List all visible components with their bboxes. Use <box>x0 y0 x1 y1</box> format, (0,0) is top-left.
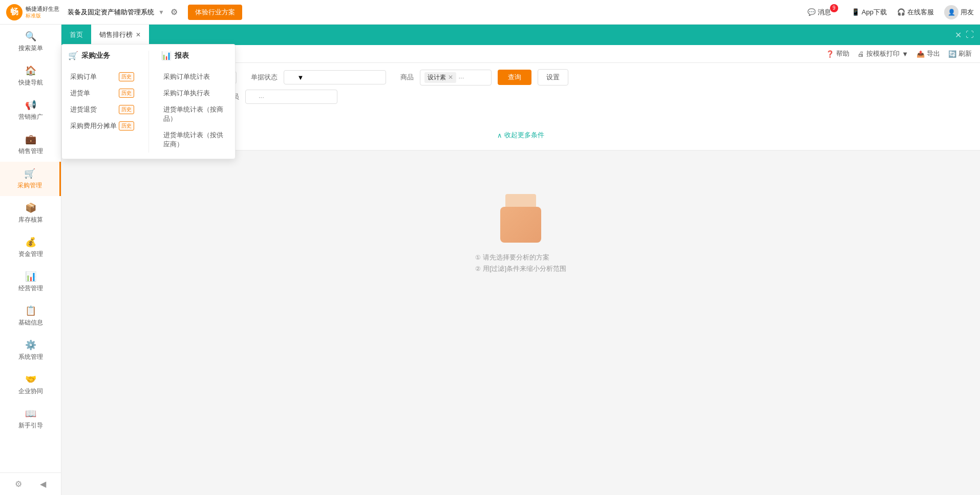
status-filter-select[interactable]: ▼ <box>284 70 386 84</box>
tab-controls: ✕ ⛶ <box>949 30 980 40</box>
tab-close-all-icon[interactable]: ✕ <box>955 30 962 40</box>
sidebar-item-sales[interactable]: 💼 销售管理 <box>0 127 61 162</box>
sidebar-item-marketing[interactable]: 📢 营销推广 <box>0 93 61 127</box>
menu-item-purchase-in-goods-stat[interactable]: 进货单统计表（按商品） <box>161 101 229 127</box>
sidebar-item-purchase[interactable]: 🛒 采购管理 <box>0 162 61 196</box>
collapse-label: 收起更多条件 <box>504 131 544 140</box>
inventory-icon: 📦 <box>25 202 36 213</box>
service-action[interactable]: 🎧 在线客服 <box>897 8 934 17</box>
menu-item-purchase-in-supplier-stat[interactable]: 进货单统计表（按供应商） <box>161 127 229 153</box>
sidebar-label-search: 搜索菜单 <box>18 44 43 53</box>
help-label: 帮助 <box>836 49 849 58</box>
sidebar-label-nav: 快捷导航 <box>18 78 43 87</box>
sidebar-label-guide: 新手引导 <box>18 421 43 430</box>
sidebar-label-operation: 经营管理 <box>18 284 43 293</box>
sidebar-item-guide[interactable]: 📖 新手引导 <box>0 402 61 436</box>
menu-item-purchase-order-stat[interactable]: 采购订单统计表 <box>161 69 229 85</box>
purchase-section-icon: 🛒 <box>68 51 78 60</box>
menu-section-divider <box>148 51 149 153</box>
home-icon: 🏠 <box>25 65 36 76</box>
system-icon: ⚙️ <box>25 339 36 351</box>
empty-hints: 请先选择要分析的方案 用[过滤]条件来缩小分析范围 <box>475 253 566 275</box>
menu-item-purchase-in[interactable]: 进货单 历史 <box>68 85 136 101</box>
basic-icon: 📋 <box>25 305 36 316</box>
system-arrow-icon[interactable]: ▼ <box>158 9 164 16</box>
app-download-action[interactable]: 📱 App下载 <box>851 8 887 17</box>
sidebar-item-finance[interactable]: 💰 资金管理 <box>0 230 61 265</box>
purchase-icon: 🛒 <box>24 168 35 179</box>
help-action[interactable]: ❓ 帮助 <box>826 49 849 58</box>
sidebar-item-inventory[interactable]: 📦 库存核算 <box>0 196 61 230</box>
salesperson-dots[interactable]: ··· <box>259 93 264 101</box>
status-filter-label: 单据状态 <box>251 73 278 82</box>
sales-icon: 💼 <box>25 134 36 145</box>
sidebar-item-basic[interactable]: 📋 基础信息 <box>0 299 61 333</box>
query-btn[interactable]: 查询 <box>498 70 531 85</box>
user-action[interactable]: 👤 用友 <box>944 5 974 19</box>
sidebar-item-corp[interactable]: 🤝 企业协同 <box>0 368 61 402</box>
gear-icon[interactable]: ⚙ <box>171 7 178 17</box>
logo-sub: 标准版 <box>26 12 59 19</box>
logo-area: 畅 畅捷通好生意 标准版 <box>6 4 68 20</box>
sidebar-item-system[interactable]: ⚙️ 系统管理 <box>0 333 61 368</box>
message-label: 消息 <box>818 8 831 17</box>
corp-icon: 🤝 <box>25 374 36 385</box>
sidebar-item-nav[interactable]: 🏠 快捷导航 <box>0 59 61 93</box>
service-label: 在线客服 <box>907 8 934 17</box>
menu-item-purchase-order-exec[interactable]: 采购订单执行表 <box>161 85 229 101</box>
set-btn[interactable]: 设置 <box>538 69 568 85</box>
tab-close-icon[interactable]: ✕ <box>136 31 141 38</box>
purchase-order-label: 采购订单 <box>70 72 97 81</box>
phone-icon: 📱 <box>851 8 860 16</box>
report-section-icon: 📊 <box>161 51 172 60</box>
purchase-order-exec-label: 采购订单执行表 <box>163 89 210 98</box>
export-label: 导出 <box>927 49 940 58</box>
status-arrow-icon: ▼ <box>297 74 304 81</box>
logo-icon: 畅 <box>6 4 23 20</box>
settings-bottom-icon[interactable]: ⚙ <box>15 479 22 489</box>
history-badge-4[interactable]: 历史 <box>119 121 134 131</box>
system-name: 装备及固定资产辅助管理系统 <box>68 8 154 17</box>
empty-state: 请先选择要分析的方案 用[过滤]条件来缩小分析范围 <box>61 150 980 316</box>
message-icon: 💬 <box>807 8 816 16</box>
industry-btn[interactable]: 体验行业方案 <box>188 5 242 20</box>
print-action[interactable]: 🖨 按模板打印 ▼ <box>858 49 908 58</box>
history-badge-3[interactable]: 历史 <box>119 105 134 114</box>
sidebar-item-operation[interactable]: 📊 经营管理 <box>0 265 61 299</box>
sidebar-label-inventory: 库存核算 <box>18 216 43 224</box>
operation-icon: 📊 <box>25 271 36 282</box>
report-section: 📊 报表 采购订单统计表 采购订单执行表 进货单统计表（按商品） 进货单统计表（… <box>161 51 229 153</box>
refresh-action[interactable]: 🔄 刷新 <box>948 49 972 58</box>
refresh-icon: 🔄 <box>948 50 956 58</box>
collapse-sidebar-icon[interactable]: ◀ <box>40 479 46 489</box>
menu-item-purchase-order[interactable]: 采购订单 历史 <box>68 69 136 85</box>
help-icon: ❓ <box>826 50 834 58</box>
menu-item-purchase-expense[interactable]: 采购费用分摊单 历史 <box>68 118 136 134</box>
headset-icon: 🎧 <box>897 8 905 16</box>
print-arrow-icon[interactable]: ▼ <box>902 50 908 58</box>
tab-sales-rank[interactable]: 销售排行榜 ✕ <box>91 25 149 45</box>
goods-dots[interactable]: ··· <box>458 74 464 81</box>
tab-home[interactable]: 首页 <box>61 25 91 45</box>
goods-tag-close[interactable]: ✕ <box>448 74 453 81</box>
salesperson-filter-select[interactable]: ··· <box>245 90 337 104</box>
export-action[interactable]: 📤 导出 <box>917 49 940 58</box>
app-label: App下载 <box>862 8 887 17</box>
tab-bar: 首页 销售排行榜 ✕ ✕ ⛶ <box>61 25 980 45</box>
report-title-label: 报表 <box>175 51 189 60</box>
history-badge-2[interactable]: 历史 <box>119 89 134 98</box>
purchase-expense-label: 采购费用分摊单 <box>70 121 117 131</box>
goods-tag: 设计素 ✕ <box>424 72 456 83</box>
print-label: 按模板打印 <box>866 49 900 58</box>
goods-tag-label: 设计素 <box>428 73 446 82</box>
menu-item-purchase-return[interactable]: 进货退货 历史 <box>68 101 136 118</box>
sidebar: 🔍 搜索菜单 🏠 快捷导航 📢 营销推广 💼 销售管理 🛒 采购管理 📦 库存核… <box>0 25 61 495</box>
guide-icon: 📖 <box>25 408 36 419</box>
tab-fullscreen-icon[interactable]: ⛶ <box>966 30 974 39</box>
logo-title: 畅捷通好生意 <box>26 5 59 12</box>
history-badge-1[interactable]: 历史 <box>119 72 134 81</box>
empty-box-shape <box>500 207 541 243</box>
message-action[interactable]: 💬 消息 9 <box>807 8 841 17</box>
goods-filter-select[interactable]: 设计素 ✕ ··· <box>420 70 492 85</box>
sidebar-item-search[interactable]: 🔍 搜索菜单 <box>0 25 61 59</box>
